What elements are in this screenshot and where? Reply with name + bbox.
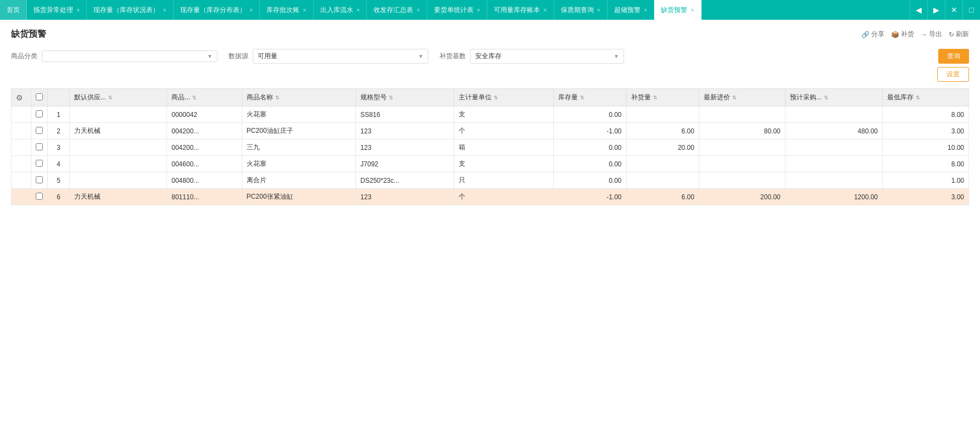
query-button[interactable]: 查询	[938, 49, 969, 64]
column-index	[48, 89, 70, 107]
nav-item-picking[interactable]: 拣货异常处理 ×	[27, 0, 87, 20]
export-button[interactable]: → 导出	[921, 30, 942, 39]
row-code: 004600...	[167, 156, 242, 172]
close-icon[interactable]: ×	[357, 7, 360, 13]
sort-icon: ⇅	[108, 95, 113, 100]
row-replenish	[626, 172, 699, 189]
row-supplier: 力天机械	[70, 123, 167, 139]
row-supplier	[70, 172, 167, 189]
row-checkbox-cell[interactable]	[31, 189, 48, 205]
row-replenish: 20.00	[626, 139, 699, 156]
row-checkbox-cell[interactable]	[31, 123, 48, 139]
nav-item-stock-dist[interactable]: 现存量（库存分布表） ×	[174, 0, 260, 20]
nav-item-flow[interactable]: 出入库流水 ×	[314, 0, 367, 20]
row-checkbox-cell[interactable]	[31, 156, 48, 172]
row-checkbox[interactable]	[36, 127, 43, 134]
select-all-checkbox[interactable]	[36, 93, 43, 100]
row-supplier	[70, 107, 167, 123]
row-spec: SS816	[356, 107, 454, 123]
replenish-label: 补货基数	[439, 52, 466, 61]
close-icon[interactable]: ×	[644, 7, 647, 13]
sort-icon: ⇅	[653, 95, 658, 100]
table-row: 3 004200... 三九 123 箱 0.00 20.00 10.00	[12, 139, 969, 156]
row-unit: 只	[454, 172, 553, 189]
column-supplier[interactable]: 默认供应... ⇅	[70, 89, 167, 107]
column-stock[interactable]: 库存量 ⇅	[554, 89, 626, 107]
category-label: 商品分类	[11, 52, 37, 61]
nav-close-button[interactable]: ✕	[945, 0, 962, 20]
row-checkbox[interactable]	[36, 160, 43, 167]
row-unit: 箱	[454, 139, 553, 156]
sort-icon: ⇅	[732, 95, 737, 100]
nav-item-order-stat[interactable]: 要货单统计表 ×	[427, 0, 487, 20]
close-icon[interactable]: ×	[416, 7, 420, 13]
row-gear-cell	[12, 123, 31, 139]
replenish-button[interactable]: 📦 补货	[891, 30, 914, 39]
close-icon[interactable]: ×	[691, 7, 694, 13]
close-icon[interactable]: ×	[163, 7, 166, 13]
category-select[interactable]: ▼	[42, 51, 218, 62]
nav-item-batch[interactable]: 库存批次账 ×	[260, 0, 313, 20]
row-checkbox[interactable]	[36, 193, 43, 200]
settings-button[interactable]: 设置	[937, 67, 969, 82]
row-replenish: 6.00	[626, 123, 699, 139]
nav-prev-button[interactable]: ◀	[910, 0, 927, 20]
nav-item-stock-status[interactable]: 现存量（库存状况表） ×	[87, 0, 173, 20]
column-code[interactable]: 商品... ⇅	[167, 89, 242, 107]
row-checkbox[interactable]	[36, 110, 43, 117]
row-checkbox-cell[interactable]	[31, 139, 48, 156]
datasource-select-value: 可用量	[258, 52, 414, 61]
gear-icon[interactable]: ⚙	[16, 93, 23, 102]
column-unit[interactable]: 主计量单位 ⇅	[454, 89, 553, 107]
refresh-button[interactable]: ↻ 刷新	[949, 30, 969, 39]
close-icon[interactable]: ×	[249, 7, 253, 13]
column-min-stock[interactable]: 最低库存 ⇅	[883, 89, 969, 107]
nav-item-home[interactable]: 首页	[0, 0, 27, 20]
share-button[interactable]: 🔗 分享	[861, 30, 884, 39]
row-gear-cell	[12, 139, 31, 156]
row-min-stock: 10.00	[883, 139, 969, 156]
sort-icon: ⇅	[824, 95, 828, 100]
nav-item-shortage[interactable]: 缺货预警 ×	[654, 0, 701, 20]
row-name: 火花塞	[242, 156, 355, 172]
row-unit: 支	[454, 156, 553, 172]
row-spec: 123	[356, 189, 454, 205]
replenish-select[interactable]: 安全库存 ▼	[470, 49, 624, 64]
close-icon[interactable]: ×	[303, 7, 306, 13]
close-icon[interactable]: ×	[543, 7, 547, 13]
column-price[interactable]: 最新进价 ⇅	[699, 89, 785, 107]
row-checkbox[interactable]	[36, 143, 43, 150]
nav-fullscreen-button[interactable]: □	[962, 0, 980, 20]
row-index: 2	[48, 123, 70, 139]
datasource-select[interactable]: 可用量 ▼	[253, 49, 428, 64]
row-index: 6	[48, 189, 70, 205]
row-code: 0000042	[167, 107, 242, 123]
close-icon[interactable]: ×	[477, 7, 480, 13]
data-table: ⚙ 默认供应... ⇅ 商品... ⇅	[11, 88, 969, 205]
row-unit: 个	[454, 123, 553, 139]
replenish-label: 补货	[901, 30, 914, 39]
sort-icon: ⇅	[494, 95, 498, 100]
nav-item-overstock[interactable]: 超储预警 ×	[608, 0, 654, 20]
column-select-all[interactable]	[31, 89, 48, 107]
row-price	[699, 172, 785, 189]
row-name: 离合片	[242, 172, 355, 189]
nav-item-expiry[interactable]: 保质期查询 ×	[554, 0, 608, 20]
column-replenish[interactable]: 补货量 ⇅	[626, 89, 699, 107]
replenish-icon: 📦	[891, 31, 899, 38]
nav-item-available[interactable]: 可用量库存账本 ×	[487, 0, 554, 20]
column-name[interactable]: 商品名称 ⇅	[242, 89, 355, 107]
column-gear[interactable]: ⚙	[12, 89, 31, 107]
row-index: 5	[48, 172, 70, 189]
nav-next-button[interactable]: ▶	[927, 0, 945, 20]
column-spec[interactable]: 规格型号 ⇅	[356, 89, 454, 107]
close-icon[interactable]: ×	[76, 7, 80, 13]
row-checkbox-cell[interactable]	[31, 172, 48, 189]
close-icon[interactable]: ×	[597, 7, 600, 13]
row-checkbox[interactable]	[36, 176, 43, 183]
column-est-purchase[interactable]: 预计采购... ⇅	[785, 89, 882, 107]
page-title: 缺货预警	[11, 29, 46, 40]
row-stock: 0.00	[554, 139, 626, 156]
row-checkbox-cell[interactable]	[31, 107, 48, 123]
nav-item-summary[interactable]: 收发存汇总表 ×	[367, 0, 427, 20]
